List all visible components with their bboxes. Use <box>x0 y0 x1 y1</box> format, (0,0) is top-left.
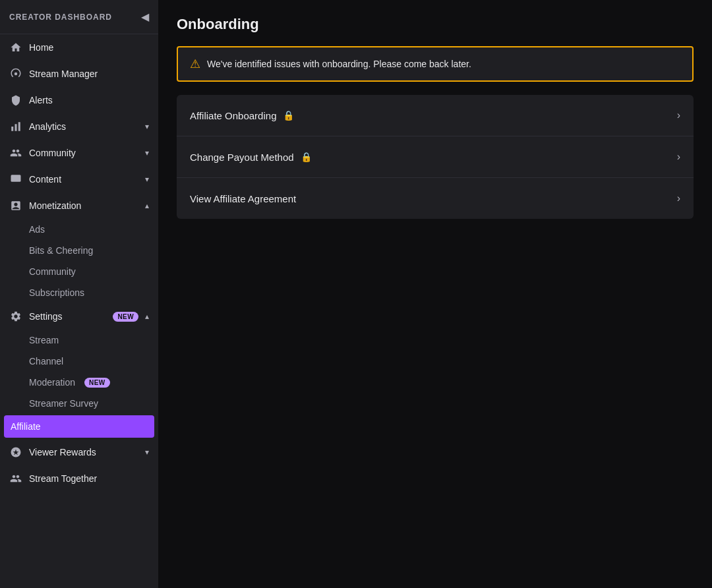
card-change-payout[interactable]: Change Payout Method 🔒 › <box>177 136 694 178</box>
svg-rect-4 <box>11 175 21 182</box>
card-list: Affiliate Onboarding 🔒 › Change Payout M… <box>177 95 694 219</box>
monetization-label: Monetization <box>29 200 138 211</box>
home-label: Home <box>29 42 149 53</box>
stream-together-label: Stream Together <box>29 473 149 484</box>
sidebar-item-analytics[interactable]: Analytics ▾ <box>0 113 158 140</box>
svg-rect-3 <box>18 122 20 131</box>
sidebar-item-alerts[interactable]: Alerts <box>0 87 158 113</box>
alert-icon: ⚠ <box>190 57 200 71</box>
affiliate-label: Affiliate <box>11 421 148 432</box>
sidebar-sub-streamer-survey[interactable]: Streamer Survey <box>0 393 158 414</box>
sidebar-sub-stream[interactable]: Stream <box>0 330 158 351</box>
content-chevron: ▾ <box>145 175 149 184</box>
sidebar-sub-channel[interactable]: Channel <box>0 351 158 372</box>
settings-chevron: ▴ <box>145 312 149 321</box>
card-affiliate-onboarding[interactable]: Affiliate Onboarding 🔒 › <box>177 95 694 136</box>
card-affiliate-agreement[interactable]: View Affiliate Agreement › <box>177 178 694 219</box>
sidebar-item-home[interactable]: Home <box>0 34 158 61</box>
chevron-right-agreement: › <box>677 192 680 204</box>
sidebar-sub-affiliate[interactable]: Affiliate <box>4 415 154 438</box>
change-payout-label: Change Payout Method <box>190 152 294 163</box>
sidebar-item-settings[interactable]: Settings NEW ▴ <box>0 303 158 330</box>
community-chevron: ▾ <box>145 148 149 158</box>
svg-point-0 <box>15 73 18 76</box>
analytics-label: Analytics <box>29 121 138 132</box>
moderation-badge: NEW <box>84 378 110 388</box>
svg-rect-2 <box>15 124 17 131</box>
main-content: Onboarding ⚠ We've identified issues wit… <box>158 0 712 588</box>
viewer-rewards-chevron: ▾ <box>145 448 149 457</box>
sidebar-sub-subscriptions[interactable]: Subscriptions <box>0 282 158 303</box>
analytics-icon <box>9 120 22 133</box>
affiliate-onboarding-label: Affiliate Onboarding <box>190 110 276 121</box>
lock-icon-payout: 🔒 <box>301 152 312 162</box>
stream-together-icon <box>9 472 22 485</box>
monetization-chevron: ▴ <box>145 201 149 210</box>
dashboard-title: CREATOR DASHBOARD <box>9 13 112 22</box>
sidebar-item-content[interactable]: Content ▾ <box>0 166 158 192</box>
settings-icon <box>9 310 22 323</box>
chevron-right-payout: › <box>677 151 680 163</box>
collapse-icon[interactable]: ◀ <box>141 11 149 23</box>
sidebar-item-monetization[interactable]: Monetization ▴ <box>0 192 158 219</box>
stream-manager-label: Stream Manager <box>29 69 149 79</box>
viewer-rewards-icon <box>9 446 22 459</box>
settings-badge: NEW <box>113 312 138 322</box>
affiliate-agreement-label: View Affiliate Agreement <box>190 193 296 204</box>
lock-icon-affiliate-onboarding: 🔒 <box>283 110 294 121</box>
sidebar-item-stream-together[interactable]: Stream Together <box>0 465 158 492</box>
community-icon <box>9 146 22 160</box>
sidebar: CREATOR DASHBOARD ◀ Home Stream Manager … <box>0 0 158 588</box>
content-label: Content <box>29 174 138 185</box>
sidebar-sub-community[interactable]: Community <box>0 261 158 282</box>
alerts-label: Alerts <box>29 95 149 105</box>
monetization-icon <box>9 199 22 212</box>
viewer-rewards-label: Viewer Rewards <box>29 447 138 457</box>
sidebar-item-stream-manager[interactable]: Stream Manager <box>0 61 158 87</box>
content-icon <box>9 173 22 186</box>
sidebar-header: CREATOR DASHBOARD ◀ <box>0 0 158 34</box>
sidebar-item-community[interactable]: Community ▾ <box>0 140 158 166</box>
community-label: Community <box>29 148 138 158</box>
home-icon <box>9 41 22 54</box>
stream-manager-icon <box>9 67 22 80</box>
alert-message: We've identified issues with onboarding.… <box>207 59 471 69</box>
settings-label: Settings <box>29 311 102 322</box>
sidebar-sub-bits-cheering[interactable]: Bits & Cheering <box>0 240 158 261</box>
page-title: Onboarding <box>177 16 694 33</box>
sidebar-sub-ads[interactable]: Ads <box>0 219 158 240</box>
chevron-right-affiliate-onboarding: › <box>677 109 680 121</box>
alert-banner: ⚠ We've identified issues with onboardin… <box>177 46 694 82</box>
alerts-icon <box>9 94 22 107</box>
sidebar-item-viewer-rewards[interactable]: Viewer Rewards ▾ <box>0 439 158 465</box>
sidebar-sub-moderation[interactable]: Moderation NEW <box>0 372 158 393</box>
svg-rect-1 <box>11 127 13 131</box>
analytics-chevron: ▾ <box>145 122 149 131</box>
